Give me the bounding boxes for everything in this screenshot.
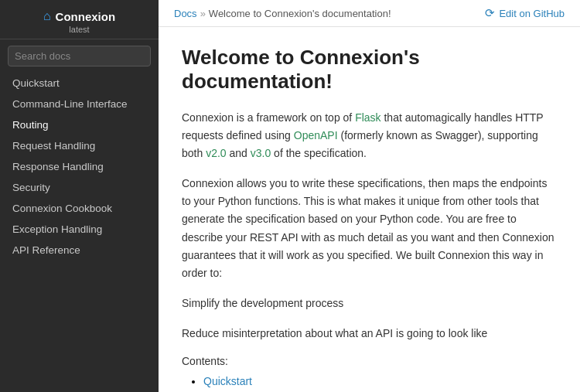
brand-name: Connexion bbox=[56, 10, 116, 23]
toc-quickstart-link[interactable]: Quickstart bbox=[203, 375, 252, 387]
v20-link[interactable]: v2.0 bbox=[206, 147, 226, 159]
main-panel: Docs » Welcome to Connexion's documentat… bbox=[159, 0, 580, 392]
search-box bbox=[0, 39, 159, 73]
breadcrumb-docs-link[interactable]: Docs bbox=[174, 8, 197, 19]
sidebar-brand: ⌂ Connexion bbox=[8, 9, 151, 23]
edit-github-link[interactable]: ⟳ Edit on GitHub bbox=[485, 6, 565, 20]
para1-end: of the specification. bbox=[271, 147, 367, 159]
sidebar-item-response-handling[interactable]: Response Handling bbox=[0, 156, 159, 177]
github-icon: ⟳ bbox=[485, 6, 495, 20]
para1-and: and bbox=[227, 147, 251, 159]
sidebar-item-routing[interactable]: Routing bbox=[0, 114, 159, 135]
simplify-text: Simplify the development process bbox=[182, 295, 557, 312]
sidebar-item-security[interactable]: Security bbox=[0, 177, 159, 198]
sidebar-item-request-handling[interactable]: Request Handling bbox=[0, 135, 159, 156]
sidebar-item-exception-handling[interactable]: Exception Handling bbox=[0, 219, 159, 240]
content-area: Welcome to Connexion's documentation! Co… bbox=[159, 27, 580, 392]
openapi-link[interactable]: OpenAPI bbox=[294, 129, 338, 141]
top-bar: Docs » Welcome to Connexion's documentat… bbox=[159, 0, 580, 27]
sidebar-item-cli[interactable]: Command-Line Interface bbox=[0, 94, 159, 114]
sidebar-item-quickstart[interactable]: Quickstart bbox=[0, 73, 159, 94]
edit-github-label: Edit on GitHub bbox=[499, 8, 565, 19]
contents-label: Contents: bbox=[182, 355, 557, 367]
breadcrumb-separator: » bbox=[200, 8, 206, 19]
sidebar-version: latest bbox=[8, 25, 151, 34]
intro-para-1: Connexion is a framework on top of Flask… bbox=[182, 109, 557, 162]
sidebar-item-cookbook[interactable]: Connexion Cookbook bbox=[0, 198, 159, 219]
search-input[interactable] bbox=[8, 46, 151, 66]
sidebar-item-api-reference[interactable]: API Reference bbox=[0, 240, 159, 261]
page-title: Welcome to Connexion's documentation! bbox=[182, 46, 557, 94]
sidebar-nav: Quickstart Command-Line Interface Routin… bbox=[0, 73, 159, 261]
toc-list: Quickstart Prerequisites Installing It R… bbox=[182, 375, 557, 392]
sidebar: ⌂ Connexion latest Quickstart Command-Li… bbox=[0, 0, 159, 392]
toc-item-quickstart: Quickstart Prerequisites Installing It R… bbox=[203, 375, 557, 392]
v30-link[interactable]: v3.0 bbox=[251, 147, 271, 159]
intro-para-2: Connexion allows you to write these spec… bbox=[182, 175, 557, 282]
para1-before-flask: Connexion is a framework on top of bbox=[182, 111, 355, 124]
sidebar-header: ⌂ Connexion latest bbox=[0, 0, 159, 39]
breadcrumb-current: Welcome to Connexion's documentation! bbox=[209, 8, 391, 19]
flask-link[interactable]: Flask bbox=[355, 111, 380, 124]
breadcrumb: Docs » Welcome to Connexion's documentat… bbox=[174, 8, 391, 19]
reduce-text: Reduce misinterpretation about what an A… bbox=[182, 325, 557, 343]
home-icon: ⌂ bbox=[43, 9, 51, 23]
